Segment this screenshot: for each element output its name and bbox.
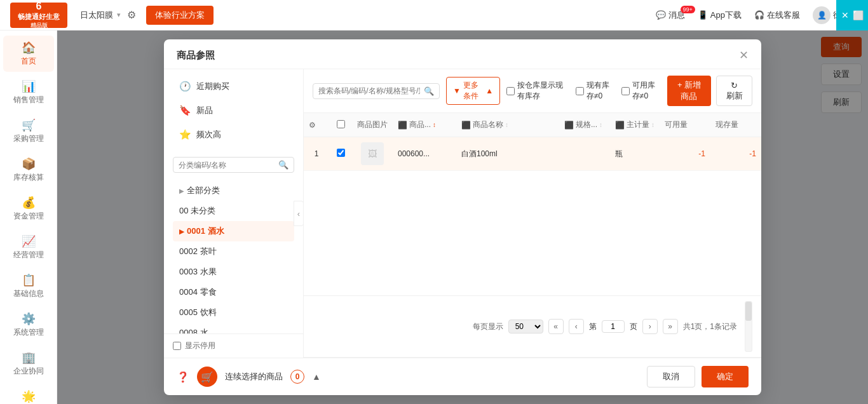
col-header-name[interactable]: ⬛ 商品名称 ↕: [456, 113, 559, 137]
sidebar-label-sales: 销售管理: [13, 95, 44, 105]
table-row[interactable]: 1 🖼: [304, 137, 761, 171]
sidebar-label-home: 首页: [21, 56, 36, 67]
sidebar-item-home[interactable]: 🏠 首页: [3, 36, 54, 72]
sidebar-item-inventory[interactable]: 📦 库存核算: [3, 152, 54, 188]
online-service-nav[interactable]: 🎧 在线客服: [754, 10, 800, 21]
category-all[interactable]: ▶ 全部分类: [173, 180, 294, 201]
uncategorized-label: 00 未分类: [179, 205, 215, 217]
name-sort-icon[interactable]: ↕: [505, 121, 508, 128]
frequent-item[interactable]: ⭐ 频次高: [173, 124, 294, 145]
warehouse-label: 按仓库显示现有库存: [517, 80, 569, 102]
page-next-button[interactable]: ›: [642, 319, 658, 334]
cart-count: 0: [290, 370, 304, 384]
recent-purchase-item[interactable]: 🕐 近期购买: [173, 76, 294, 97]
product-reference-modal: 商品参照 ✕ 🕐 近期购买: [164, 39, 761, 395]
show-disabled-checkbox[interactable]: [173, 342, 181, 350]
headset-icon: 🎧: [754, 10, 764, 20]
per-page-select[interactable]: 50 100 200: [508, 320, 543, 333]
sidebar-item-enterprise[interactable]: 🏢 企业协同: [3, 346, 54, 382]
available-stock-checkbox[interactable]: [621, 87, 630, 95]
sidebar-item-sales[interactable]: 📊 销售管理: [3, 74, 54, 111]
col-header-available: 可用量: [660, 113, 710, 137]
sidebar-item-purchase[interactable]: 🛒 采购管理: [3, 113, 54, 149]
product-search-icon[interactable]: 🔍: [424, 86, 434, 96]
app-icon: 📱: [698, 10, 708, 20]
col-header-code[interactable]: ⬛ 商品... ↕: [393, 113, 456, 137]
category-item-drinks[interactable]: 0005 饮料: [173, 302, 294, 323]
store-selector[interactable]: 日太阳膜 ▾: [80, 10, 121, 21]
sidebar-item-guide[interactable]: 🌟 新手引导: [3, 384, 54, 404]
online-service-label: 在线客服: [767, 10, 800, 21]
code-sort-icon[interactable]: ↕: [433, 121, 436, 128]
filter-collapse-icon: ▲: [485, 86, 493, 95]
sidebar-item-system[interactable]: ⚙️ 系统管理: [3, 307, 54, 343]
category-item-fruit[interactable]: 0003 水果: [173, 262, 294, 282]
filter-icon: ▼: [453, 86, 461, 95]
inventory-icon: 📦: [22, 157, 36, 171]
guide-icon: 🌟: [22, 389, 36, 403]
app-download-nav[interactable]: 📱 App下载: [698, 10, 742, 21]
modal-close-button[interactable]: ✕: [739, 48, 749, 62]
col-available-label: 可用量: [665, 119, 688, 130]
current-stock-checkbox-label[interactable]: 现有库存≠0: [576, 80, 615, 102]
col-spec-label: 规格...: [576, 119, 597, 130]
settings-icon[interactable]: ⚙: [127, 9, 136, 21]
category-item-liquor[interactable]: ▶ 0001 酒水: [173, 221, 294, 241]
col-header-unit[interactable]: ⬛ 主计量 ↕: [610, 113, 660, 137]
settings-col-icon[interactable]: ⚙: [309, 121, 316, 130]
page-prev-button[interactable]: ‹: [569, 319, 584, 334]
category-list: ▶ 全部分类 00 未分类 ▶ 0001 酒水: [164, 178, 303, 333]
page-last-button[interactable]: »: [663, 319, 678, 334]
cancel-button[interactable]: 取消: [647, 366, 695, 387]
message-badge: 99+: [681, 6, 695, 13]
sidebar-label-basic: 基础信息: [13, 288, 44, 299]
col-image-label: 商品图片: [357, 119, 388, 130]
col-stock-label: 现存量: [715, 119, 738, 130]
category-item-snacks[interactable]: 0004 零食: [173, 282, 294, 302]
category-item-water[interactable]: 0008 水: [173, 323, 294, 333]
page-first-button[interactable]: «: [548, 319, 564, 334]
maximize-icon[interactable]: ⬜: [853, 10, 864, 20]
available-stock-checkbox-label[interactable]: 可用库存≠0: [621, 80, 661, 102]
row-check[interactable]: [329, 137, 352, 171]
row-spec: [559, 137, 610, 171]
col-header-spec[interactable]: ⬛ 规格... ↕: [559, 113, 610, 137]
finance-icon: 💰: [22, 196, 36, 210]
refresh-button[interactable]: ↻ 刷新: [716, 76, 752, 106]
spec-sort-icon[interactable]: ↕: [599, 121, 602, 128]
basic-icon: 📋: [22, 273, 36, 287]
messages-nav[interactable]: 💬 消息 99+: [656, 10, 685, 21]
trial-button[interactable]: 体验行业方案: [146, 6, 214, 25]
category-item-uncategorized[interactable]: 00 未分类: [173, 201, 294, 221]
unit-sort-icon[interactable]: ↕: [651, 121, 654, 128]
product-code: 000600...: [398, 149, 430, 158]
row-checkbox[interactable]: [337, 149, 345, 157]
select-all-checkbox[interactable]: [337, 120, 345, 128]
pagination-bar: 每页显示 50 100 200 « ‹ 第 页: [304, 296, 761, 358]
category-search-input[interactable]: [179, 161, 276, 170]
operations-icon: 📈: [22, 234, 36, 248]
page-number-input[interactable]: [602, 320, 625, 333]
minimize-icon[interactable]: ✕: [841, 10, 849, 20]
add-product-button[interactable]: + 新增商品: [667, 76, 712, 106]
product-search-input[interactable]: [318, 86, 420, 95]
category-item-tea[interactable]: 0002 茶叶: [173, 241, 294, 262]
sidebar-item-operations[interactable]: 📈 经营管理: [3, 229, 54, 266]
category-search-icon[interactable]: 🔍: [278, 160, 288, 170]
row-unit: 瓶: [610, 137, 660, 171]
help-icon[interactable]: ❓: [177, 371, 189, 383]
current-stock-checkbox[interactable]: [576, 87, 584, 95]
filter-button[interactable]: ▼ 更多条件 ▲: [446, 77, 500, 105]
chevron-up-icon[interactable]: ▲: [312, 372, 321, 382]
drinks-label: 0005 饮料: [179, 307, 217, 318]
sidebar-item-finance[interactable]: 💰 资金管理: [3, 191, 54, 227]
product-available: -1: [698, 149, 705, 158]
warehouse-checkbox-label[interactable]: 按仓库显示现有库存: [506, 80, 569, 102]
warehouse-checkbox[interactable]: [506, 87, 515, 95]
confirm-button[interactable]: 确定: [702, 366, 749, 387]
product-search-box: 🔍: [313, 83, 440, 99]
sidebar-item-basic[interactable]: 📋 基础信息: [3, 268, 54, 304]
sidebar-collapse-button[interactable]: ‹: [294, 201, 304, 226]
new-products-item[interactable]: 🔖 新品: [173, 100, 294, 121]
col-header-image: 商品图片: [352, 113, 393, 137]
